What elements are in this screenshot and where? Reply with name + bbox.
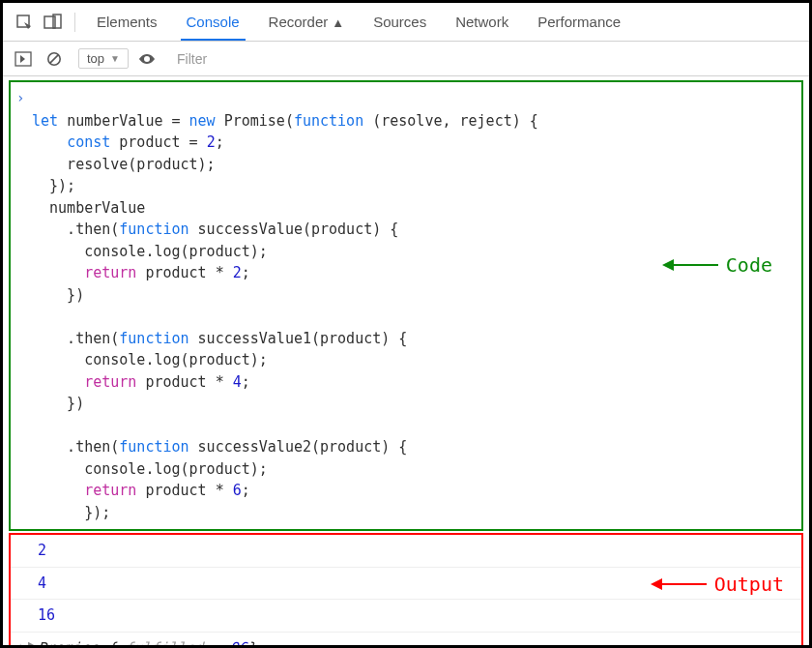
number-literal: 6 — [233, 482, 242, 499]
number-literal: 2 — [207, 133, 216, 151]
return-value: Promise {<fulfilled>: 96} — [38, 639, 256, 646]
text: successValue1(product) { — [189, 330, 408, 347]
prompt-icon: › — [16, 88, 24, 108]
log-row: 16 — [11, 600, 801, 633]
text: .then( — [32, 330, 119, 347]
arrow-left-icon — [662, 256, 720, 274]
number-literal: 4 — [233, 373, 242, 391]
code-line: }); — [32, 177, 75, 194]
tab-performance[interactable]: Performance — [524, 4, 634, 40]
console-toolbar: top ▼ — [3, 42, 809, 76]
tab-sources[interactable]: Sources — [360, 4, 440, 40]
text: Promise — [38, 639, 107, 646]
tab-elements[interactable]: Elements — [83, 4, 171, 40]
log-value: 2 — [38, 542, 46, 559]
identifier: numberValue — [67, 112, 162, 130]
svg-marker-9 — [651, 578, 662, 590]
text: { — [107, 639, 116, 646]
code-line: console.log(product); — [32, 243, 268, 260]
kw-function: function — [294, 112, 363, 130]
text: (resolve, reject) { — [363, 112, 538, 130]
svg-line-5 — [50, 54, 59, 63]
text: successValue2(product) { — [189, 438, 408, 456]
code-line: console.log(product); — [32, 351, 268, 368]
flask-icon: ▲ — [332, 15, 344, 30]
text: product = — [110, 133, 206, 151]
return-row[interactable]: ‹· ▶ Promise {<fulfilled>: 96} — [11, 633, 801, 646]
text: successValue(product) { — [189, 221, 399, 238]
kw-function: function — [119, 221, 188, 238]
divider — [74, 13, 75, 32]
kw-return: return — [84, 373, 136, 391]
input-code-block: ›let numberValue = new Promise(function … — [9, 80, 803, 531]
code-line: resolve(product); — [32, 156, 216, 173]
code-line: }); — [32, 504, 110, 521]
kw-function: function — [119, 330, 188, 347]
code-line: }) — [32, 395, 84, 412]
svg-marker-7 — [662, 259, 674, 271]
expand-twisty-icon[interactable]: ▶ — [28, 637, 35, 646]
kw-const: const — [67, 133, 110, 151]
annotation-label: Output — [714, 570, 784, 599]
kw-return: return — [84, 264, 136, 281]
device-toggle-icon[interactable] — [40, 9, 67, 36]
tab-recorder[interactable]: Recorder▲ — [255, 4, 359, 40]
annotation-output: Output — [651, 570, 784, 599]
log-row: 2 — [11, 535, 801, 568]
tab-recorder-label: Recorder — [269, 14, 329, 30]
text: ; — [216, 133, 224, 151]
clear-console-icon[interactable] — [42, 46, 67, 72]
text: Promise( — [216, 112, 294, 130]
arrow-left-icon — [651, 575, 709, 593]
promise-state: <fulfilled> — [116, 639, 212, 646]
text: ; — [242, 373, 250, 391]
log-value: 16 — [38, 606, 55, 624]
annotation-code: Code — [662, 250, 772, 280]
text: } — [247, 639, 256, 646]
inspect-icon[interactable] — [11, 9, 38, 36]
console-body: ›let numberValue = new Promise(function … — [3, 76, 809, 645]
text: product * — [136, 264, 232, 281]
context-label: top — [87, 51, 104, 66]
promise-value: 96 — [230, 639, 247, 646]
text: product * — [136, 373, 232, 391]
sidebar-toggle-icon[interactable] — [11, 46, 36, 72]
live-expression-icon[interactable] — [134, 46, 160, 72]
code-line: numberValue — [32, 199, 145, 217]
text: product * — [136, 482, 232, 499]
chevron-down-icon: ▼ — [110, 53, 120, 64]
op-eq: = — [162, 112, 188, 130]
filter-input[interactable] — [171, 47, 801, 71]
tab-network[interactable]: Network — [442, 4, 522, 40]
text: ; — [242, 264, 250, 281]
kw-let: let — [32, 112, 58, 130]
log-value: 4 — [38, 574, 46, 592]
code-line: console.log(product); — [32, 460, 268, 478]
text: .then( — [32, 438, 119, 456]
tab-console[interactable]: Console — [173, 4, 253, 40]
text: .then( — [32, 221, 119, 238]
annotation-label: Code — [726, 250, 772, 280]
text: : — [213, 639, 230, 646]
devtools-tabbar: Elements Console Recorder▲ Sources Netwo… — [3, 3, 809, 42]
number-literal: 2 — [233, 264, 242, 281]
code-line: }) — [32, 286, 84, 304]
execution-context-selector[interactable]: top ▼ — [78, 48, 129, 69]
kw-return: return — [84, 482, 136, 499]
kw-new: new — [189, 112, 216, 130]
text: ; — [242, 482, 250, 499]
kw-function: function — [119, 438, 188, 456]
